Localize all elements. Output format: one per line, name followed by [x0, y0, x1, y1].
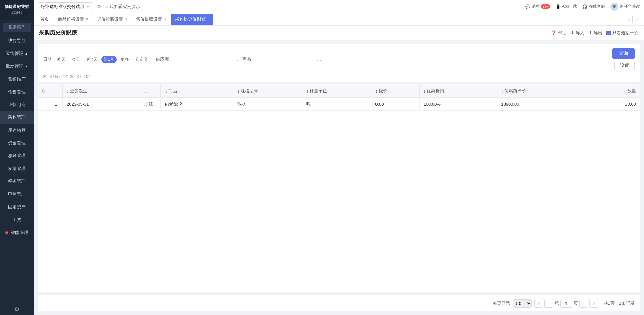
content-area: 日期 昨天今天近7天近1月更多自定义 供应商 ... 商品 ... 查询 设置 …	[34, 40, 644, 315]
sidebar-item-inventory[interactable]: 库存核算	[0, 124, 34, 137]
sidebar-item-tax[interactable]: 税务管理	[0, 175, 34, 188]
goods-input[interactable]	[254, 56, 314, 63]
sidebar-item-label: 固定资产	[8, 204, 26, 210]
sidebar-item-assets[interactable]: 固定资产	[0, 201, 34, 213]
last-only-checkbox[interactable]: 只看最后一次	[606, 30, 639, 36]
tab-sale_price[interactable]: 售价提取设置×	[132, 14, 170, 25]
tab-purchase_strategy[interactable]: 进价策略设置×	[93, 14, 131, 25]
table-header-date[interactable]: ↕ 业务发生...	[63, 84, 140, 98]
date-btn-自定义[interactable]: 自定义	[133, 56, 150, 63]
sidebar-item-sales[interactable]: 销售管理	[0, 85, 34, 98]
query-button[interactable]: 查询	[612, 48, 635, 59]
search-menu-button[interactable]: 搜索菜单	[3, 23, 31, 32]
cell-pre-discount-price: 10900.00	[497, 98, 576, 111]
sidebar-item-ecommerce[interactable]: 电商管理	[0, 188, 34, 201]
pagination-nav: ⊴ ‹ 第 1 页 › ⊵	[534, 299, 598, 308]
sidebar-item-ecommerce_small[interactable]: 小畅电商	[0, 98, 34, 111]
cell-unit: 吨	[302, 98, 371, 111]
table-header-unit[interactable]: ↕ 计量单位	[302, 84, 371, 98]
sidebar-item-invoice[interactable]: 发票管理	[0, 162, 34, 175]
page-label: 第	[554, 300, 559, 306]
table-header-discount[interactable]: ↕ 优惠折扣...	[419, 84, 497, 98]
per-page-select[interactable]: 50 100 200	[513, 299, 532, 308]
close-tab-button[interactable]: ✕	[625, 16, 633, 23]
demo-button[interactable]: ○ 我要看实例演示	[105, 4, 140, 10]
sidebar-item-purchase[interactable]: 采购管理	[0, 111, 34, 124]
cell-seq: 1	[50, 98, 63, 111]
version-label: 好业财标准版交付试用	[41, 4, 84, 10]
sidebar-item-quick-nav[interactable]: 快捷导航	[0, 34, 34, 47]
date-btn-昨天[interactable]: 昨天	[55, 56, 68, 63]
table-header-extra[interactable]: ...	[140, 84, 161, 98]
tab-close-button[interactable]: ×	[125, 17, 127, 21]
online-service-button[interactable]: 🎧 在线客服	[582, 4, 605, 9]
import-label: 导入	[576, 30, 584, 36]
data-table: ⚙ ↕ 业务发生... ...	[38, 84, 640, 111]
tab-close-button[interactable]: ×	[208, 17, 210, 21]
sidebar-item-retail[interactable]: 零售管理▲	[0, 47, 34, 60]
table-header-quote[interactable]: ↕ 报价	[371, 84, 419, 98]
sidebar-item-label: 库存核算	[8, 127, 26, 133]
date-btn-今天[interactable]: 今天	[69, 56, 83, 63]
table-header-pre-discount-price[interactable]: ↕ 优惠前单价	[497, 84, 576, 98]
cell-date: 2023-05-31	[63, 98, 140, 111]
sidebar-item-label: 小畅电商	[8, 102, 26, 108]
col-date-label: 业务发生...	[70, 88, 91, 94]
supplier-dots-button[interactable]: ...	[235, 56, 239, 62]
sidebar-item-finance[interactable]: 资金管理	[0, 137, 34, 149]
tab-close-button[interactable]: ×	[164, 17, 166, 21]
col-pre-discount-label: 优惠前单价	[504, 88, 526, 94]
tab-close-button[interactable]: ×	[86, 17, 88, 21]
messages-button[interactable]: 💬 消息 99+	[525, 4, 550, 9]
app-download-button[interactable]: 📱 App下载	[556, 4, 577, 9]
help-button[interactable]: ❓ 帮助	[551, 30, 567, 36]
date-btn-更多[interactable]: 更多	[118, 56, 132, 63]
tab-home[interactable]: 首页	[36, 14, 53, 25]
topbar: 好业财标准版交付试用 ▼ ⚙ ○ 我要看实例演示 💬 消息 99+ 📱 App下…	[34, 0, 644, 13]
tab-bar: 首页商品价格设置×进价策略设置×售价提取设置×采购历史价跟踪× ✕ ⤢	[34, 13, 644, 26]
date-btn-近1月[interactable]: 近1月	[101, 56, 117, 63]
filter-actions: 查询 设置	[612, 48, 635, 70]
export-button[interactable]: ⬆ 导出	[588, 30, 602, 36]
date-range-display: 2023-05-02 至 2023-06-02	[43, 74, 91, 79]
settings-icon[interactable]: ⚙	[97, 4, 101, 9]
import-button[interactable]: ⬇ 导入	[571, 30, 584, 36]
table-header-quantity[interactable]: ↕ 数量	[576, 84, 640, 98]
sidebar-item-label: 快捷导航	[8, 38, 26, 44]
table-header-supplier[interactable]: ↕ 商品	[161, 84, 233, 98]
table-header-seq	[50, 84, 63, 98]
col-supplier-label: 商品	[168, 88, 177, 94]
sidebar-item-payroll[interactable]: 工资	[0, 213, 34, 226]
tab-label: 进价策略设置	[97, 16, 123, 22]
goods-label: 商品	[242, 56, 251, 62]
sidebar-item-marketing[interactable]: 营销推广	[0, 73, 34, 85]
import-icon: ⬇	[571, 30, 574, 35]
sidebar-item-label: 总账管理	[8, 153, 26, 159]
next-page-button[interactable]: ›	[579, 299, 588, 308]
supplier-input[interactable]	[172, 56, 232, 63]
sidebar-item-smart[interactable]: 智能管理	[0, 226, 34, 239]
expand-button[interactable]: ⤢	[634, 16, 641, 23]
page-input[interactable]: 1	[560, 299, 572, 308]
column-settings-icon[interactable]: ⚙	[42, 88, 46, 94]
first-page-button[interactable]: ⊴	[534, 299, 543, 308]
tab-price[interactable]: 商品价格设置×	[54, 14, 92, 25]
last-page-button[interactable]: ⊵	[589, 299, 598, 308]
headset-icon: 🎧	[582, 4, 587, 9]
user-menu-button[interactable]: 👤 徐泽华修改	[610, 3, 640, 11]
version-selector[interactable]: 好业财标准版交付试用 ▼	[38, 2, 93, 11]
gear-icon[interactable]: ⚙	[14, 306, 19, 312]
sidebar-item-wholesale[interactable]: 批发管理▲	[0, 60, 34, 73]
date-btn-近7天[interactable]: 近7天	[84, 56, 100, 63]
goods-dots-button[interactable]: ...	[317, 56, 321, 62]
table-header-spec[interactable]: ↕ 规格型号	[233, 84, 302, 98]
export-label: 导出	[594, 30, 602, 36]
filter-settings-button[interactable]: 设置	[614, 61, 635, 70]
data-table-container: ⚙ ↕ 业务发生... ...	[38, 84, 640, 292]
app-name: 畅捷通好业财	[5, 4, 29, 10]
page-header: 采购历史价跟踪 ❓ 帮助 ⬇ 导入 ⬆ 导出 只看最后一次	[34, 26, 644, 40]
prev-page-button[interactable]: ‹	[544, 299, 553, 308]
tab-history_price[interactable]: 采购历史价跟踪×	[171, 14, 214, 25]
sidebar-item-ledger[interactable]: 总账管理	[0, 149, 34, 162]
chevron-down-icon: ▼	[86, 5, 90, 8]
